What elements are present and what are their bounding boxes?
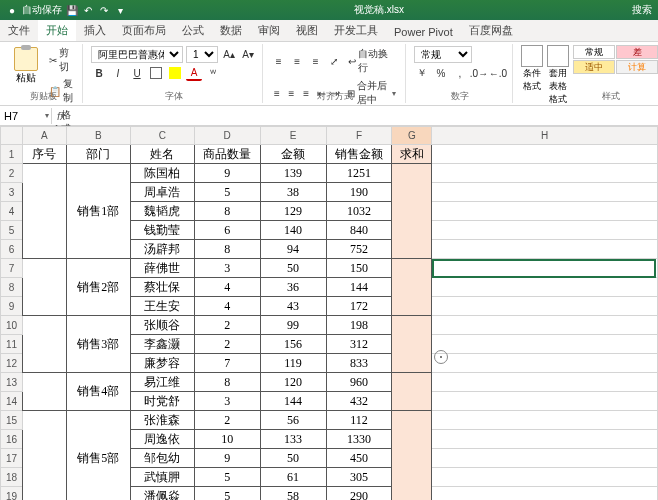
row-header[interactable]: 1 <box>1 145 23 164</box>
tab-view[interactable]: 视图 <box>288 20 326 41</box>
increase-font-icon[interactable]: A▴ <box>221 47 237 63</box>
redo-icon[interactable]: ↷ <box>98 4 110 16</box>
ribbon-tabs: 文件 开始 插入 页面布局 公式 数据 审阅 视图 开发工具 Power Piv… <box>0 20 658 42</box>
tab-home[interactable]: 开始 <box>38 18 76 41</box>
increase-decimal-icon[interactable]: .0→ <box>471 65 487 81</box>
style-normal[interactable]: 常规 <box>573 45 615 59</box>
autosave-toggle[interactable]: ● <box>6 4 18 16</box>
group-font: 阿里巴巴普惠体 11 A▴ A▾ B I U A ᵂ 字体 <box>85 44 263 103</box>
font-size-select[interactable]: 11 <box>186 46 218 63</box>
paste-icon <box>14 47 38 71</box>
window-title: 视觉稿.xlsx <box>126 3 632 17</box>
select-all-corner[interactable] <box>1 127 23 145</box>
group-alignment: ≡ ≡ ≡ ⤢ ↩ 自动换行 ≡ ≡ ≡ ⇤ ⇥ ⊞ 合并后居中▾ 对齐方式 <box>265 44 406 103</box>
align-bottom-icon[interactable]: ≡ <box>308 53 323 69</box>
decrease-font-icon[interactable]: A▾ <box>240 47 256 63</box>
table-format-icon <box>547 45 569 67</box>
phonetic-button[interactable]: ᵂ <box>205 65 221 81</box>
wrap-text-button[interactable]: ↩ 自动换行 <box>345 46 399 76</box>
tab-layout[interactable]: 页面布局 <box>114 20 174 41</box>
group-number: 常规 ￥ % , .0→ ←.0 数字 <box>408 44 513 103</box>
save-icon[interactable]: 💾 <box>66 4 78 16</box>
group-styles: 条件格式 套用表格格式 常规 差 好 适中 计算 检查单元格 样式 <box>515 44 658 103</box>
number-format-select[interactable]: 常规 <box>414 46 472 63</box>
font-name-select[interactable]: 阿里巴巴普惠体 <box>91 46 183 63</box>
worksheet[interactable]: AB CD EF GH 1 序号 部门 姓名 商品数量 金额 销售金额 求和 2… <box>0 126 658 500</box>
formula-input[interactable] <box>69 109 658 123</box>
style-bad[interactable]: 差 <box>616 45 658 59</box>
fill-color-button[interactable] <box>167 65 183 81</box>
column-headers[interactable]: AB CD EF GH <box>1 127 658 145</box>
underline-button[interactable]: U <box>129 65 145 81</box>
cell-styles-gallery[interactable]: 常规 差 好 适中 计算 检查单元格 <box>573 45 658 74</box>
undo-icon[interactable]: ↶ <box>82 4 94 16</box>
style-calc[interactable]: 计算 <box>616 60 658 74</box>
currency-icon[interactable]: ￥ <box>414 65 430 81</box>
font-color-button[interactable]: A <box>186 65 202 81</box>
search-label[interactable]: 搜索 <box>632 3 652 17</box>
tab-dev[interactable]: 开发工具 <box>326 20 386 41</box>
tab-ppivot[interactable]: Power Pivot <box>386 23 461 41</box>
align-top-icon[interactable]: ≡ <box>271 53 286 69</box>
tab-data[interactable]: 数据 <box>212 20 250 41</box>
tab-baidu[interactable]: 百度网盘 <box>461 20 521 41</box>
style-moderate[interactable]: 适中 <box>573 60 615 74</box>
autosave-label: 自动保存 <box>22 3 62 17</box>
align-middle-icon[interactable]: ≡ <box>289 53 304 69</box>
formula-bar: ▾ fx <box>0 106 658 126</box>
border-button[interactable] <box>148 65 164 81</box>
bold-button[interactable]: B <box>91 65 107 81</box>
group-clipboard: 粘贴 ✂ 剪切 📋 复制 🖌 格式刷 剪贴板 <box>4 44 83 103</box>
decrease-decimal-icon[interactable]: ←.0 <box>490 65 506 81</box>
conditional-format-icon <box>521 45 543 67</box>
titlebar: ● 自动保存 💾 ↶ ↷ ▾ 视觉稿.xlsx 搜索 <box>0 0 658 20</box>
cut-button[interactable]: ✂ 剪切 <box>46 45 76 75</box>
tab-formula[interactable]: 公式 <box>174 20 212 41</box>
percent-icon[interactable]: % <box>433 65 449 81</box>
qat-more-icon[interactable]: ▾ <box>114 4 126 16</box>
tab-file[interactable]: 文件 <box>0 20 38 41</box>
italic-button[interactable]: I <box>110 65 126 81</box>
tab-review[interactable]: 审阅 <box>250 20 288 41</box>
ribbon: 粘贴 ✂ 剪切 📋 复制 🖌 格式刷 剪贴板 阿里巴巴普惠体 11 A▴ A▾ … <box>0 42 658 106</box>
conditional-format-button[interactable]: 条件格式 <box>521 45 543 93</box>
orientation-icon[interactable]: ⤢ <box>326 53 341 69</box>
comma-icon[interactable]: , <box>452 65 468 81</box>
tab-insert[interactable]: 插入 <box>76 20 114 41</box>
